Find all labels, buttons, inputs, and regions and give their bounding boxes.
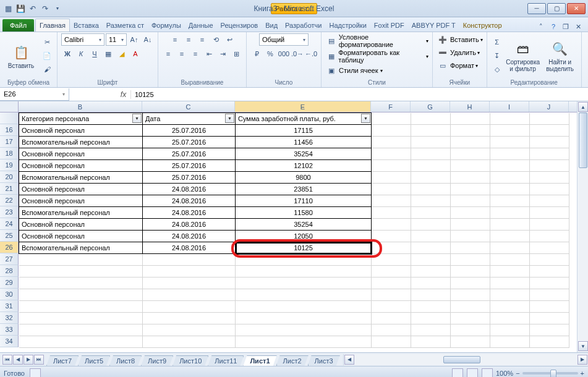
cell-empty[interactable]	[490, 266, 530, 277]
cell-empty[interactable]	[411, 301, 451, 313]
cell-category[interactable]: Основной персонал	[19, 148, 143, 160]
cell-empty[interactable]	[530, 289, 569, 301]
row-header-24[interactable]: 24	[0, 218, 19, 230]
format-button[interactable]: ▭Формат▾	[437, 59, 478, 72]
row-header-34[interactable]: 34	[0, 336, 19, 347]
cell-empty[interactable]	[372, 266, 411, 277]
cell-empty[interactable]	[372, 242, 411, 254]
row-header-26[interactable]: 26	[0, 242, 19, 253]
sheet-tab-Лист3[interactable]: Лист3	[308, 355, 340, 366]
cell-empty[interactable]	[411, 254, 451, 266]
cells[interactable]: Категория персонала▼Дата▼Сумма заработно…	[19, 112, 577, 352]
view-normal-icon[interactable]	[452, 368, 463, 378]
cell-empty[interactable]	[411, 313, 451, 324]
window-restore-icon[interactable]: ❐	[561, 22, 571, 32]
align-center-icon[interactable]: ≡	[176, 48, 188, 60]
cell-date[interactable]: 24.08.2016	[143, 207, 236, 219]
cell-empty[interactable]	[411, 137, 451, 148]
percent-icon[interactable]: %	[264, 48, 276, 60]
cell-empty[interactable]	[490, 195, 530, 207]
cell-empty[interactable]	[372, 160, 411, 172]
cell-empty[interactable]	[19, 289, 143, 301]
sort-filter-button[interactable]: 🗃 Сортировка и фильтр	[506, 38, 540, 74]
cell-sum[interactable]: 12102	[236, 160, 372, 172]
merge-icon[interactable]: ⊞	[230, 48, 242, 60]
cell-empty[interactable]	[451, 219, 490, 231]
cell-category[interactable]: Вспомогательный персонал	[19, 207, 143, 219]
cell-empty[interactable]	[490, 125, 530, 137]
cell-empty[interactable]	[411, 242, 451, 254]
cell-empty[interactable]	[530, 266, 569, 277]
cell-sum[interactable]: 17115	[236, 125, 372, 137]
cell-empty[interactable]	[372, 207, 411, 219]
cell-empty[interactable]	[19, 313, 143, 324]
sheet-nav-prev-icon[interactable]: ◀	[13, 355, 23, 365]
cell-empty[interactable]	[236, 301, 372, 313]
col-header-B[interactable]: B	[19, 101, 142, 112]
cell-empty[interactable]	[490, 277, 530, 289]
cell-empty[interactable]	[372, 113, 411, 125]
help-icon[interactable]: ?	[548, 22, 558, 32]
cell-empty[interactable]	[490, 137, 530, 148]
cell-empty[interactable]	[451, 301, 490, 313]
cell-empty[interactable]	[236, 324, 372, 336]
filter-arrow-icon[interactable]: ▼	[225, 114, 234, 123]
currency-icon[interactable]: ₽	[250, 48, 263, 60]
fill-color-icon[interactable]: ◢	[116, 48, 128, 60]
cell-date[interactable]: 25.07.2016	[143, 172, 236, 184]
cell-empty[interactable]	[530, 207, 569, 219]
cell-category[interactable]: Основной персонал	[19, 231, 143, 242]
cell-empty[interactable]	[530, 324, 569, 336]
cell-date[interactable]: 24.08.2016	[143, 242, 236, 254]
cell-date[interactable]: 24.08.2016	[143, 231, 236, 242]
cell-empty[interactable]	[411, 324, 451, 336]
font-size-combo[interactable]: 11	[106, 33, 127, 46]
sheet-tab-Лист9[interactable]: Лист9	[141, 355, 173, 366]
cell-sum[interactable]: 35254	[236, 219, 372, 231]
conditional-format-button[interactable]: ▤Условное форматирование▾	[325, 33, 428, 48]
scroll-down-icon[interactable]: ▼	[578, 341, 588, 351]
orientation-icon[interactable]: ⟲	[210, 33, 222, 46]
fill-icon[interactable]: ↧	[491, 49, 503, 62]
cell-empty[interactable]	[530, 172, 569, 184]
save-icon[interactable]: 💾	[15, 3, 26, 14]
row-header-23[interactable]: 23	[0, 206, 19, 218]
align-left-icon[interactable]: ≡	[162, 48, 174, 60]
cell-empty[interactable]	[143, 289, 236, 301]
cell-empty[interactable]	[372, 172, 411, 184]
view-pagebreak-icon[interactable]	[482, 368, 493, 378]
cell-date[interactable]: 24.08.2016	[143, 195, 236, 207]
tab-Главная[interactable]: Главная	[35, 19, 70, 32]
sheet-nav-first-icon[interactable]: ⏮	[2, 355, 12, 365]
cell-empty[interactable]	[143, 266, 236, 277]
cell-empty[interactable]	[411, 113, 451, 125]
cell-empty[interactable]	[411, 289, 451, 301]
format-as-table-button[interactable]: ▦Форматировать как таблицу▾	[325, 49, 428, 64]
tab-Разметка ст[interactable]: Разметка ст	[103, 19, 148, 32]
cell-empty[interactable]	[530, 277, 569, 289]
formula-input[interactable]: 10125	[131, 91, 588, 98]
hscroll-thumb[interactable]	[443, 356, 480, 363]
cell-empty[interactable]	[451, 277, 490, 289]
scroll-up-icon[interactable]: ▲	[578, 102, 588, 112]
cell-category[interactable]: Вспомогательный персонал	[19, 172, 143, 184]
grow-font-icon[interactable]: A↑	[128, 33, 140, 46]
col-header-J[interactable]: J	[529, 101, 569, 112]
sheet-nav-next-icon[interactable]: ▶	[23, 355, 33, 365]
macro-record-icon[interactable]	[30, 368, 41, 378]
scroll-right-icon[interactable]: ▶	[577, 355, 587, 365]
cell-empty[interactable]	[530, 195, 569, 207]
col-header-I[interactable]: I	[490, 101, 529, 112]
tab-Foxit PDF[interactable]: Foxit PDF	[370, 19, 408, 32]
cell-empty[interactable]	[530, 137, 569, 148]
cell-empty[interactable]	[451, 289, 490, 301]
cell-empty[interactable]	[19, 336, 143, 348]
cell-empty[interactable]	[530, 125, 569, 137]
cell-empty[interactable]	[19, 324, 143, 336]
cell-date[interactable]: 25.07.2016	[143, 160, 236, 172]
cell-empty[interactable]	[490, 336, 530, 348]
cell-sum[interactable]: 12050	[236, 231, 372, 242]
cell-empty[interactable]	[411, 160, 451, 172]
cell-empty[interactable]	[411, 231, 451, 242]
cell-empty[interactable]	[530, 313, 569, 324]
